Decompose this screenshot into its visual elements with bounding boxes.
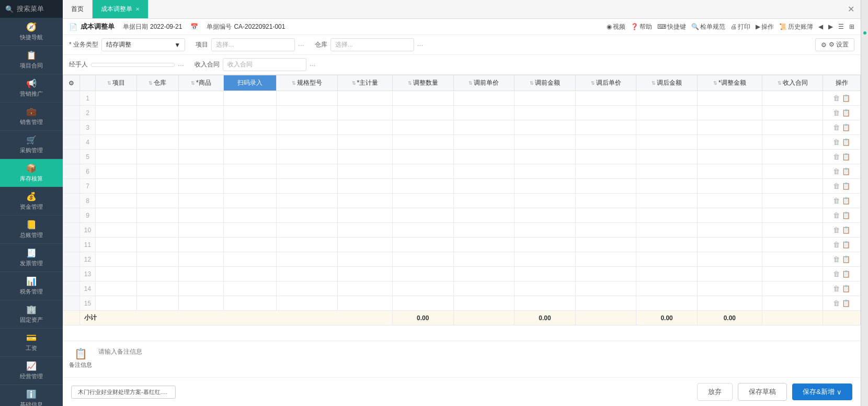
- col-unit[interactable]: ⇅*主计量: [337, 75, 392, 91]
- sidebar-item-sales-mgmt[interactable]: 💼销售管理: [0, 103, 63, 131]
- sidebar-item-quick-nav[interactable]: 🧭快捷导航: [0, 18, 63, 46]
- cell-before-price-5[interactable]: [453, 150, 515, 164]
- cell-adjust-qty-12[interactable]: [392, 252, 453, 267]
- sidebar-item-basic-info[interactable]: ℹ️基础信息: [0, 385, 63, 406]
- cell-warehouse-5[interactable]: [137, 150, 178, 164]
- cell-project-3[interactable]: [96, 120, 137, 135]
- cell-after-price-7[interactable]: [575, 179, 636, 194]
- cell-spec-1[interactable]: [277, 91, 338, 106]
- col-after-amount[interactable]: ⇅调后金额: [636, 75, 698, 91]
- toolbar-btn-split[interactable]: ⊞: [849, 23, 854, 30]
- cell-income-contract-5[interactable]: [762, 150, 823, 164]
- cell-scan-15[interactable]: [224, 296, 277, 311]
- cell-unit-6[interactable]: [337, 164, 392, 179]
- cell-adjust-qty-11[interactable]: [392, 238, 453, 252]
- cell-unit-13[interactable]: [337, 267, 392, 281]
- cell-warehouse-6[interactable]: [137, 164, 178, 179]
- copy-icon-1[interactable]: 📋: [842, 94, 850, 102]
- cell-project-12[interactable]: [96, 252, 137, 267]
- save-new-button[interactable]: 保存&新增 ∨: [792, 384, 852, 400]
- cell-income-contract-12[interactable]: [762, 252, 823, 267]
- cell-spec-11[interactable]: [277, 238, 338, 252]
- cell-income-contract-2[interactable]: [762, 106, 823, 120]
- cell-product-8[interactable]: [178, 194, 224, 208]
- cell-scan-4[interactable]: [224, 135, 277, 150]
- cell-project-14[interactable]: [96, 281, 137, 296]
- cell-before-price-4[interactable]: [453, 135, 515, 150]
- cell-after-amount-1[interactable]: [636, 91, 698, 106]
- sidebar-item-inventory-calc[interactable]: 📦库存核算: [0, 159, 63, 187]
- cell-adjust-qty-4[interactable]: [392, 135, 453, 150]
- cell-scan-7[interactable]: [224, 179, 277, 194]
- cell-after-amount-7[interactable]: [636, 179, 698, 194]
- cell-spec-13[interactable]: [277, 267, 338, 281]
- sidebar-item-tax-mgmt[interactable]: 📊税务管理: [0, 272, 63, 300]
- tab-home[interactable]: 首页: [63, 0, 93, 18]
- col-income-contract[interactable]: ⇅收入合同: [762, 75, 823, 91]
- toolbar-btn-nav-next[interactable]: ▶: [828, 23, 833, 30]
- cell-adjust-qty-14[interactable]: [392, 281, 453, 296]
- delete-icon-2[interactable]: 🗑: [833, 109, 840, 117]
- cell-scan-5[interactable]: [224, 150, 277, 164]
- cell-spec-8[interactable]: [277, 194, 338, 208]
- cell-after-amount-6[interactable]: [636, 164, 698, 179]
- cell-product-6[interactable]: [178, 164, 224, 179]
- cell-before-price-10[interactable]: [453, 223, 515, 238]
- cell-before-amount-2[interactable]: [515, 106, 576, 120]
- cell-warehouse-3[interactable]: [137, 120, 178, 135]
- cell-warehouse-14[interactable]: [137, 281, 178, 296]
- cell-unit-10[interactable]: [337, 223, 392, 238]
- cell-project-7[interactable]: [96, 179, 137, 194]
- cell-after-price-13[interactable]: [575, 267, 636, 281]
- cell-income-contract-9[interactable]: [762, 208, 823, 223]
- cell-product-12[interactable]: [178, 252, 224, 267]
- col-adjust-amount[interactable]: ⇅*调整金额: [697, 75, 762, 91]
- cell-unit-14[interactable]: [337, 281, 392, 296]
- cell-unit-12[interactable]: [337, 252, 392, 267]
- cell-warehouse-15[interactable]: [137, 296, 178, 311]
- toolbar-btn-help[interactable]: ❓ 帮助: [631, 22, 652, 31]
- cell-warehouse-1[interactable]: [137, 91, 178, 106]
- cell-adjust-qty-5[interactable]: [392, 150, 453, 164]
- discard-button[interactable]: 放弃: [697, 383, 733, 401]
- cell-spec-2[interactable]: [277, 106, 338, 120]
- cell-project-13[interactable]: [96, 267, 137, 281]
- toolbar-btn-view[interactable]: ◉ 视频: [607, 22, 625, 31]
- toolbar-btn-nav-prev[interactable]: ◀: [818, 23, 823, 30]
- cell-unit-7[interactable]: [337, 179, 392, 194]
- cell-adjust-amount-6[interactable]: [697, 164, 762, 179]
- cell-after-price-10[interactable]: [575, 223, 636, 238]
- cell-after-amount-4[interactable]: [636, 135, 698, 150]
- cell-after-amount-14[interactable]: [636, 281, 698, 296]
- cell-product-2[interactable]: [178, 106, 224, 120]
- cell-before-price-3[interactable]: [453, 120, 515, 135]
- copy-icon-3[interactable]: 📋: [842, 123, 850, 131]
- cell-adjust-amount-9[interactable]: [697, 208, 762, 223]
- cell-after-price-15[interactable]: [575, 296, 636, 311]
- cell-after-price-4[interactable]: [575, 135, 636, 150]
- copy-icon-12[interactable]: 📋: [842, 255, 850, 263]
- toolbar-btn-operate[interactable]: ▶ 操作: [756, 22, 774, 31]
- cell-after-price-14[interactable]: [575, 281, 636, 296]
- copy-icon-2[interactable]: 📋: [842, 109, 850, 117]
- cell-before-price-6[interactable]: [453, 164, 515, 179]
- cell-scan-13[interactable]: [224, 267, 277, 281]
- cell-adjust-amount-11[interactable]: [697, 238, 762, 252]
- cell-before-amount-12[interactable]: [515, 252, 576, 267]
- cell-spec-9[interactable]: [277, 208, 338, 223]
- cell-unit-3[interactable]: [337, 120, 392, 135]
- delete-icon-3[interactable]: 🗑: [833, 123, 840, 131]
- cell-spec-5[interactable]: [277, 150, 338, 164]
- col-adjust-qty[interactable]: ⇅调整数量: [392, 75, 453, 91]
- cell-adjust-qty-15[interactable]: [392, 296, 453, 311]
- toolbar-btn-history[interactable]: 📜 历史账簿: [779, 22, 813, 31]
- delete-icon-10[interactable]: 🗑: [833, 226, 840, 234]
- toolbar-btn-view-list[interactable]: ☰: [838, 23, 844, 30]
- sidebar-item-fund-mgmt[interactable]: 💰资金管理: [0, 187, 63, 216]
- cell-after-price-3[interactable]: [575, 120, 636, 135]
- cell-unit-1[interactable]: [337, 91, 392, 106]
- sidebar-item-sales-promotion[interactable]: 📢营销推广: [0, 74, 63, 103]
- cell-adjust-amount-5[interactable]: [697, 150, 762, 164]
- cell-after-price-1[interactable]: [575, 91, 636, 106]
- cell-income-contract-4[interactable]: [762, 135, 823, 150]
